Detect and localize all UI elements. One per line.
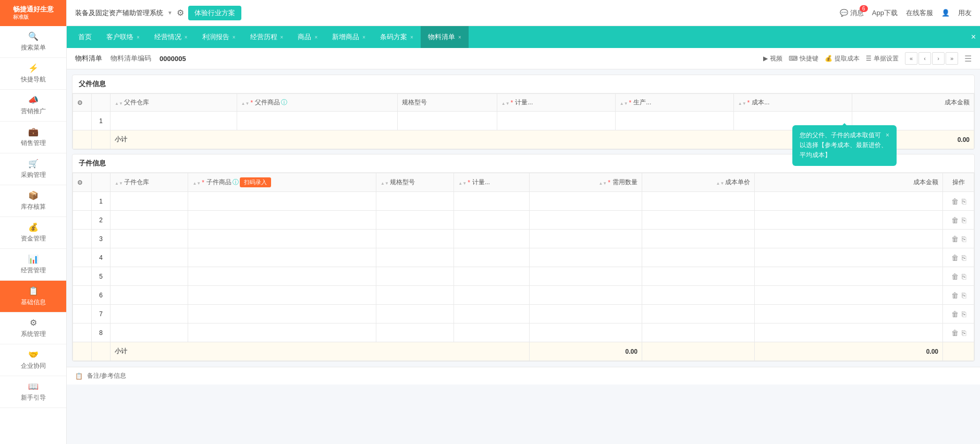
child-row6-goods[interactable]: [188, 286, 376, 305]
system-dropdown-arrow[interactable]: ▼: [167, 10, 173, 16]
child-row4-unit[interactable]: [454, 248, 529, 267]
child-row5-goods[interactable]: [188, 267, 376, 286]
sidebar-item-enterprise[interactable]: 🤝 企业协同: [0, 344, 66, 376]
delete-icon-1[interactable]: 🗑: [951, 197, 959, 206]
child-row8-warehouse[interactable]: [111, 323, 188, 342]
action-shortcut[interactable]: ⌨ 快捷键: [789, 54, 818, 63]
child-row3-unit[interactable]: [454, 230, 529, 248]
parent-row1-goods[interactable]: [237, 112, 398, 130]
child-row8-spec[interactable]: [376, 323, 454, 342]
child-row1-qty[interactable]: [529, 192, 642, 211]
sidebar-item-sales[interactable]: 💼 销售管理: [0, 122, 66, 153]
tab-bom[interactable]: 物料清单 ×: [421, 26, 469, 48]
child-sort-qty[interactable]: ▲▼: [598, 179, 607, 186]
child-row2-cost-amount[interactable]: [755, 211, 943, 230]
parent-row1-produce[interactable]: [615, 112, 733, 130]
action-cost[interactable]: 💰 提取成本: [825, 54, 860, 63]
child-row3-cost-amount[interactable]: [755, 230, 943, 248]
child-row1-spec[interactable]: [376, 192, 454, 211]
child-row4-qty[interactable]: [529, 248, 642, 267]
close-tab-barcode[interactable]: ×: [410, 34, 413, 40]
child-sort-unitcost[interactable]: ▲▼: [716, 179, 724, 186]
sort-arrows-produce[interactable]: ▲▼: [620, 99, 628, 106]
tab-barcode[interactable]: 条码方案 ×: [373, 26, 421, 48]
delete-icon-6[interactable]: 🗑: [951, 291, 959, 299]
copy-icon-7[interactable]: ⎘: [962, 310, 966, 318]
online-support[interactable]: 在线客服: [906, 8, 933, 18]
child-row6-unit[interactable]: [454, 286, 529, 305]
tab-operations[interactable]: 经营情况 ×: [147, 26, 195, 48]
delete-icon-3[interactable]: 🗑: [951, 235, 959, 243]
child-row1-unit[interactable]: [454, 192, 529, 211]
child-row4-spec[interactable]: [376, 248, 454, 267]
parent-goods-info-icon[interactable]: ⓘ: [281, 98, 287, 107]
trial-button[interactable]: 体验行业方案: [188, 6, 241, 20]
child-row1-goods[interactable]: [188, 192, 376, 211]
child-row3-spec[interactable]: [376, 230, 454, 248]
copy-icon-4[interactable]: ⎘: [962, 254, 966, 262]
child-row7-unit-cost[interactable]: [642, 305, 754, 323]
child-row7-warehouse[interactable]: [111, 305, 188, 323]
scan-input-btn[interactable]: 扫码录入: [240, 177, 271, 187]
child-row6-qty[interactable]: [529, 286, 642, 305]
settings-icon[interactable]: ⚙: [177, 8, 184, 18]
last-page-btn[interactable]: »: [946, 52, 958, 65]
close-tab-customer[interactable]: ×: [137, 34, 140, 40]
delete-icon-5[interactable]: 🗑: [951, 272, 959, 281]
child-row6-cost-amount[interactable]: [755, 286, 943, 305]
child-sort-spec[interactable]: ▲▼: [381, 179, 389, 186]
child-row7-cost-amount[interactable]: [755, 305, 943, 323]
child-row6-warehouse[interactable]: [111, 286, 188, 305]
delete-icon-8[interactable]: 🗑: [951, 329, 959, 337]
child-row5-spec[interactable]: [376, 267, 454, 286]
child-row4-unit-cost[interactable]: [642, 248, 754, 267]
child-row2-unit[interactable]: [454, 211, 529, 230]
child-row4-cost-amount[interactable]: [755, 248, 943, 267]
close-all-tabs[interactable]: ×: [971, 32, 976, 42]
copy-icon-8[interactable]: ⎘: [962, 329, 966, 337]
copy-icon-6[interactable]: ⎘: [962, 291, 966, 299]
tab-profit[interactable]: 利润报告 ×: [195, 26, 243, 48]
sort-arrows-unit[interactable]: ▲▼: [501, 99, 510, 106]
parent-row1-unit[interactable]: [497, 112, 615, 130]
sidebar-item-guide[interactable]: 📖 新手引导: [0, 376, 66, 408]
child-row1-unit-cost[interactable]: [642, 192, 754, 211]
child-row8-cost-amount[interactable]: [755, 323, 943, 342]
child-row3-qty[interactable]: [529, 230, 642, 248]
child-row2-warehouse[interactable]: [111, 211, 188, 230]
prev-page-btn[interactable]: ‹: [918, 52, 931, 65]
delete-icon-7[interactable]: 🗑: [951, 310, 959, 318]
tab-goods[interactable]: 商品 ×: [290, 26, 325, 48]
layout-icon[interactable]: ☰: [964, 54, 972, 64]
child-row5-unit[interactable]: [454, 267, 529, 286]
child-row2-spec[interactable]: [376, 211, 454, 230]
sidebar-item-search[interactable]: 🔍 搜索菜单: [0, 26, 66, 58]
close-tab-profit[interactable]: ×: [232, 34, 236, 40]
child-row3-warehouse[interactable]: [111, 230, 188, 248]
close-tab-history[interactable]: ×: [280, 34, 284, 40]
child-row7-goods[interactable]: [188, 305, 376, 323]
sidebar-item-quicknav[interactable]: ⚡ 快捷导航: [0, 58, 66, 90]
child-col-settings[interactable]: ⚙: [73, 173, 92, 192]
sidebar-item-inventory[interactable]: 📦 库存核算: [0, 185, 66, 217]
user-name[interactable]: 用友: [958, 8, 972, 18]
child-sort-unit[interactable]: ▲▼: [458, 179, 467, 186]
child-row3-goods[interactable]: [188, 230, 376, 248]
close-tab-goods[interactable]: ×: [314, 34, 317, 40]
child-row2-qty[interactable]: [529, 211, 642, 230]
tab-customer[interactable]: 客户联络 ×: [99, 26, 147, 48]
copy-icon-2[interactable]: ⎘: [962, 216, 966, 224]
parent-row1-spec[interactable]: [398, 112, 497, 130]
child-row4-warehouse[interactable]: [111, 248, 188, 267]
child-row7-qty[interactable]: [529, 305, 642, 323]
sidebar-item-system[interactable]: ⚙ 系统管理: [0, 313, 66, 344]
copy-icon-3[interactable]: ⎘: [962, 235, 966, 243]
sidebar-item-marketing[interactable]: 📣 营销推广: [0, 90, 66, 122]
parent-col-settings[interactable]: ⚙: [73, 94, 92, 112]
close-tab-ops[interactable]: ×: [185, 34, 188, 40]
child-row8-goods[interactable]: [188, 323, 376, 342]
child-row1-cost-amount[interactable]: [755, 192, 943, 211]
app-download[interactable]: App下载: [872, 8, 898, 18]
child-row8-qty[interactable]: [529, 323, 642, 342]
child-row8-unit[interactable]: [454, 323, 529, 342]
